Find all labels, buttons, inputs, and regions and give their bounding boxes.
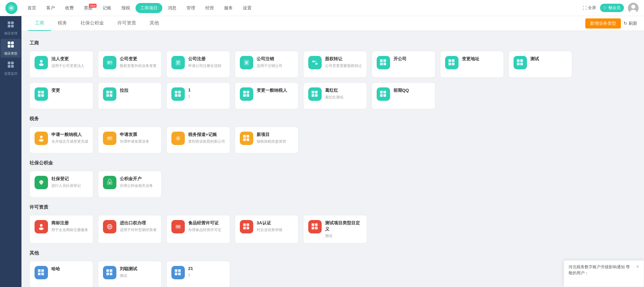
card-icon-股权转让 [308, 56, 322, 69]
card-icon-食品经营许可证 [171, 220, 185, 233]
card-icon-前期QQ [377, 87, 390, 101]
card-刘聪测试[interactable]: 刘聪测试测试 [98, 261, 162, 287]
card-title-公司注册: 公司注册 [188, 56, 225, 62]
svg-rect-19 [108, 63, 109, 64]
card-开公司[interactable]: 开公司 [372, 51, 435, 78]
nav-item-工商项目[interactable]: 工商项目 [136, 3, 162, 13]
card-拉拉[interactable]: 拉拉 [98, 82, 162, 109]
tab-许可资质[interactable]: 许可资质 [111, 16, 143, 31]
card-text-21: 211 [188, 266, 225, 277]
card-社保登记[interactable]: 社保登记进行人员社保登记 [30, 171, 93, 198]
card-哈哈[interactable]: 哈哈 [30, 261, 93, 287]
sidebar-label-项目类型: 项目类型 [4, 51, 17, 56]
svg-rect-28 [315, 63, 318, 65]
new-type-button[interactable]: 新增业务类型 [585, 18, 621, 28]
card-title-法人变更: 法人变更 [51, 56, 88, 62]
svg-point-16 [39, 63, 44, 66]
card-变更地址[interactable]: 变更地址 [440, 51, 504, 78]
fullscreen-btn[interactable]: ⛶ 全屏 [583, 5, 596, 11]
card-desc-21: 1 [188, 272, 225, 277]
tab-税务[interactable]: 税务 [51, 16, 74, 31]
card-icon-社保登记 [35, 176, 48, 189]
card-icon-开公司 [377, 56, 390, 69]
nav-item-设置[interactable]: 设置 [238, 3, 256, 13]
card-title-葛红红: 葛红红 [325, 87, 362, 93]
card-desc-商标注册: 用于企业商标注册服务 [51, 227, 88, 232]
card-desc-申请发票: 办理申请发票业务 [120, 139, 157, 144]
nav-item-经营[interactable]: 经营 [201, 3, 219, 13]
card-text-公司注册: 公司注册申请公司注册全流程 [188, 56, 225, 68]
card-测试项目类型目定义[interactable]: 测试项目类型目定义测试 [303, 215, 367, 243]
nav-item-服务[interactable]: 服务 [219, 3, 237, 13]
card-icon-申请一般纳税人 [35, 132, 48, 145]
card-desc-1: 1 [188, 94, 225, 99]
nav-right: ⛶ 全屏 ▷ 畅会员 [583, 3, 639, 13]
card-商标注册[interactable]: 商标注册用于企业商标注册服务 [30, 215, 93, 243]
svg-rect-87 [243, 223, 246, 226]
tab-其他[interactable]: 其他 [143, 16, 166, 31]
sidebar-item-进度监控[interactable]: 进度监控 [1, 59, 21, 78]
card-新项目[interactable]: 新项目报税加税控盘保管 [235, 127, 299, 153]
card-1[interactable]: 11 [166, 82, 230, 109]
card-前期QQ[interactable]: 前期QQ [372, 82, 435, 109]
svg-rect-36 [452, 63, 454, 65]
card-title-开公司: 开公司 [393, 56, 430, 62]
svg-rect-46 [110, 91, 112, 93]
card-股权转让[interactable]: 股权转让公司变更需要股权转让 [303, 51, 367, 78]
nav-item-首页[interactable]: 首页 [23, 3, 41, 13]
card-公司注销[interactable]: 公司注销适用于注销公司 [235, 51, 299, 78]
svg-rect-99 [106, 269, 109, 272]
refresh-icon: ↻ [624, 21, 627, 26]
card-公司注册[interactable]: 公司注册申请公司注册全流程 [166, 51, 230, 78]
card-公司变更[interactable]: 公司变更股权变更外的业务变更 [98, 51, 162, 78]
card-变更一般纳税人[interactable]: 变更一般纳税人 [235, 82, 299, 109]
card-变更[interactable]: 变更 [30, 82, 93, 109]
card-测试[interactable]: 测试 [508, 51, 572, 78]
card-3A认证[interactable]: 3A认证对企业信誉评级 [235, 215, 299, 243]
sidebar-icon-项目类型 [7, 41, 14, 50]
card-公积金开户[interactable]: 公积金开户办理公积金相关业务 [98, 171, 162, 198]
card-icon-法人变更 [35, 56, 48, 69]
chat-popup-text: 河北税务数字账户升级影响通知 尊敬的用户： [569, 264, 634, 276]
nav-item-管理[interactable]: 管理 [182, 3, 200, 13]
card-税务报道+记账[interactable]: ¥税务报道+记账拿到营业执照的新公司 [166, 127, 230, 153]
sidebar: 项目管理 项目类型 进度监控 [0, 16, 21, 287]
card-icon-拉拉 [103, 87, 116, 101]
nav-item-票据[interactable]: 票据new [79, 3, 97, 13]
svg-rect-43 [38, 94, 41, 97]
tab-社保公积金[interactable]: 社保公积金 [74, 16, 111, 31]
card-法人变更[interactable]: 法人变更适用于公司变更法人 [30, 51, 93, 78]
chat-popup-close[interactable]: × [636, 264, 639, 269]
card-葛红红[interactable]: 葛红红葛红红测试 [303, 82, 367, 109]
card-进出口权办理[interactable]: 进出口权办理适用于对外贸易经营者 [98, 215, 162, 243]
sidebar-item-项目类型[interactable]: 项目类型 [1, 39, 21, 58]
nav-item-客户[interactable]: 客户 [42, 3, 60, 13]
chat-popup: 河北税务数字账户升级影响通知 尊敬的用户： × [564, 260, 644, 287]
card-text-申请发票: 申请发票办理申请发票业务 [120, 132, 157, 144]
card-text-社保登记: 社保登记进行人员社保登记 [51, 176, 88, 188]
nav-item-记账[interactable]: 记账 [98, 3, 116, 13]
nav-item-消息[interactable]: 消息 [163, 3, 181, 13]
vip-btn[interactable]: ▷ 畅会员 [600, 4, 624, 12]
logo [5, 2, 17, 14]
avatar[interactable] [628, 3, 639, 13]
card-icon-公司变更 [103, 56, 116, 69]
card-申请一般纳税人[interactable]: 申请一般纳税人当月或次月成变更完成 [30, 127, 93, 153]
svg-rect-12 [11, 62, 14, 64]
sidebar-label-项目管理: 项目管理 [4, 31, 17, 36]
tab-工商[interactable]: 工商 [28, 16, 51, 31]
svg-rect-96 [41, 269, 44, 272]
svg-rect-55 [243, 94, 246, 97]
sidebar-item-项目管理[interactable]: 项目管理 [1, 19, 21, 38]
section-title-许可资质: 许可资质 [30, 204, 636, 210]
card-21[interactable]: 211 [166, 261, 230, 287]
refresh-button[interactable]: ↻ 刷新 [624, 20, 637, 26]
card-icon-测试项目类型目定义 [308, 220, 322, 233]
card-text-变更地址: 变更地址 [462, 56, 499, 63]
nav-item-报税[interactable]: 报税 [117, 3, 135, 13]
card-icon-变更 [35, 87, 48, 101]
section-title-社保公积金: 社保公积金 [30, 160, 636, 166]
card-食品经营许可证[interactable]: 食品经营许可证办理食品经营许可证 [166, 215, 230, 243]
card-申请发票[interactable]: 申请发票办理申请发票业务 [98, 127, 162, 153]
nav-item-收费[interactable]: 收费 [60, 3, 78, 13]
